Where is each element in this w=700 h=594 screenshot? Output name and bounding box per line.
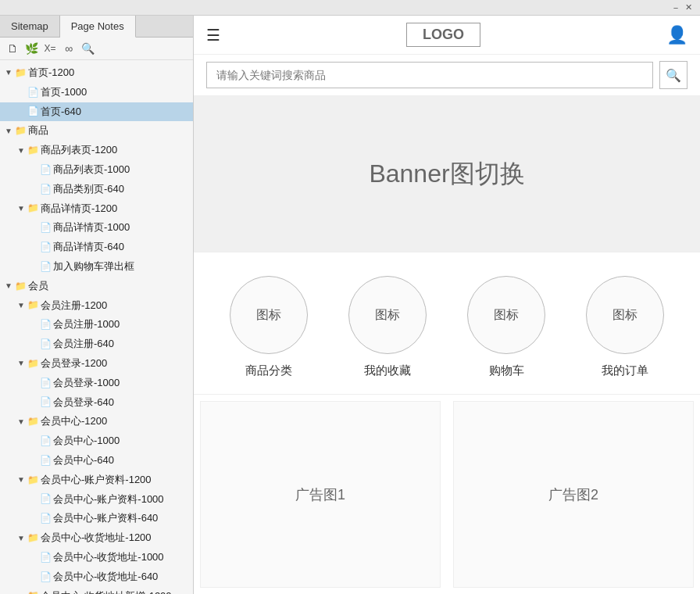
tree-label: 会员中心-账户资料-1200 [41, 472, 152, 488]
tree-arrow-placeholder [28, 378, 39, 388]
tree-node-n7[interactable]: 📄 商品类别页-640 [0, 180, 193, 199]
tree-node-n27[interactable]: 📄 会员中心-收货地址-640 [0, 567, 193, 587]
tree-label: 首页-640 [41, 104, 81, 120]
search-button[interactable]: 🔍 [659, 61, 688, 89]
folder-icon: 📁 [27, 357, 39, 370]
icon-item-ic3[interactable]: 图标 购物车 [467, 276, 545, 378]
file-icon: 📄 [39, 571, 52, 583]
tree-arrow: ▼ [16, 203, 27, 214]
tree-node-n22[interactable]: ▼ 📁 会员中心-账户资料-1200 [0, 471, 193, 490]
tree-label: 会员注册-640 [53, 336, 114, 352]
tree-node-n15[interactable]: 📄 会员注册-640 [0, 335, 193, 354]
file-icon: 📄 [39, 242, 52, 254]
tree-label: 会员登录-1200 [41, 356, 107, 372]
tree-arrow-placeholder [28, 397, 39, 408]
tree-node-n1[interactable]: ▼ 📁 首页-1200 [0, 63, 193, 83]
tree-arrow: ▼ [16, 145, 27, 156]
tree-arrow: ▼ [3, 67, 14, 78]
tree-label: 会员注册-1000 [53, 317, 120, 333]
file-icon: 📄 [39, 183, 52, 195]
tree-node-n24[interactable]: 📄 会员中心-账户资料-640 [0, 509, 193, 528]
left-panel: Sitemap Page Notes 🗋 🌿 X= ∞ 🔍 ▼ 📁 首页-120… [0, 16, 194, 594]
folder-icon: 📁 [27, 299, 39, 312]
file-icon: 📄 [39, 435, 52, 448]
tree-label: 商品列表页-1000 [53, 162, 130, 178]
close-button[interactable]: ✕ [683, 2, 694, 13]
search-bar: 🔍 [194, 55, 700, 96]
file-icon: 📄 [39, 377, 52, 389]
tree-arrow: ▼ [16, 591, 27, 594]
tree-node-n25[interactable]: ▼ 📁 会员中心-收货地址-1200 [0, 528, 193, 548]
tree-arrow: ▼ [3, 126, 14, 137]
tree-arrow-placeholder [28, 552, 39, 563]
tree-arrow-placeholder [28, 164, 39, 175]
icon-item-ic1[interactable]: 图标 商品分类 [230, 276, 308, 378]
tree-label: 商品列表页-1200 [41, 142, 117, 159]
ad-block-ad1: 广告图1 [200, 401, 441, 588]
tree-arrow-placeholder [28, 436, 39, 447]
user-icon[interactable]: 👤 [666, 25, 688, 45]
icon-circle-ic4: 图标 [586, 276, 664, 354]
tree-node-n8[interactable]: ▼ 📁 商品详情页-1200 [0, 199, 193, 219]
tree-node-n20[interactable]: 📄 会员中心-1000 [0, 431, 193, 451]
toolbar: 🗋 🌿 X= ∞ 🔍 [0, 38, 193, 60]
icon-item-ic2[interactable]: 图标 我的收藏 [348, 276, 427, 378]
search-button-icon: 🔍 [666, 68, 681, 83]
file-icon: 📄 [39, 396, 52, 409]
tree-node-n13[interactable]: ▼ 📁 会员注册-1200 [0, 296, 193, 316]
tree-label: 首页-1000 [41, 84, 87, 101]
icon-circle-ic3: 图标 [467, 276, 545, 354]
folder-icon: 📁 [14, 125, 27, 138]
ad-block-ad2: 广告图2 [453, 401, 694, 588]
search-input[interactable] [206, 62, 653, 88]
tree-node-n4[interactable]: ▼ 📁 商品 [0, 121, 193, 141]
tree-node-n17[interactable]: 📄 会员登录-1000 [0, 374, 193, 393]
page-icon[interactable]: 🗋 [5, 41, 20, 56]
tree-label: 首页-1200 [28, 65, 74, 81]
tree-label: 会员中心-1200 [41, 413, 107, 430]
tree-label: 会员中心-收货地址新增-1200 [41, 589, 172, 594]
tree-node-n9[interactable]: 📄 商品详情页-1000 [0, 218, 193, 238]
tree-node-n21[interactable]: 📄 会员中心-640 [0, 451, 193, 471]
tree-node-n3[interactable]: 📄 首页-640 [0, 102, 193, 122]
tree-label: 商品详情页-1000 [53, 220, 130, 236]
tree-node-n16[interactable]: ▼ 📁 会员登录-1200 [0, 354, 193, 374]
menu-icon[interactable]: ☰ [206, 26, 220, 45]
tree-arrow: ▼ [3, 281, 14, 292]
tree-arrow-placeholder [28, 494, 39, 505]
tree-container: ▼ 📁 首页-1200 📄 首页-1000 📄 首页-640 ▼ 📁 商品 ▼ … [0, 60, 193, 594]
tree-node-n19[interactable]: ▼ 📁 会员中心-1200 [0, 412, 193, 431]
main-layout: Sitemap Page Notes 🗋 🌿 X= ∞ 🔍 ▼ 📁 首页-120… [0, 16, 700, 594]
icon-item-ic4[interactable]: 图标 我的订单 [586, 276, 664, 378]
folder-icon: 📁 [27, 202, 39, 215]
file-icon: 📄 [27, 86, 39, 98]
tree-label: 商品 [28, 123, 48, 139]
tree-node-n26[interactable]: 📄 会员中心-收货地址-1000 [0, 548, 193, 567]
tree-node-n11[interactable]: 📄 加入购物车弹出框 [0, 257, 193, 277]
tree-label: 会员中心-收货地址-1200 [41, 530, 152, 546]
tab-sitemap[interactable]: Sitemap [0, 16, 60, 37]
tree-label: 加入购物车弹出框 [53, 259, 134, 275]
tree-node-n23[interactable]: 📄 会员中心-账户资料-1000 [0, 490, 193, 510]
minimize-button[interactable]: − [670, 2, 681, 13]
tree-label: 会员 [28, 278, 48, 295]
file-icon: 📄 [39, 513, 52, 525]
tree-node-n12[interactable]: ▼ 📁 会员 [0, 277, 193, 296]
tree-node-n18[interactable]: 📄 会员登录-640 [0, 393, 193, 413]
tree-node-n5[interactable]: ▼ 📁 商品列表页-1200 [0, 141, 193, 160]
link-icon[interactable]: ∞ [61, 41, 77, 56]
tree-node-n6[interactable]: 📄 商品列表页-1000 [0, 160, 193, 180]
tree-label: 会员中心-收货地址-640 [53, 569, 158, 585]
tree-node-n10[interactable]: 📄 商品详情页-640 [0, 238, 193, 257]
file-icon: 📄 [39, 338, 52, 351]
tree-icon[interactable]: 🌿 [23, 41, 39, 56]
tree-node-n14[interactable]: 📄 会员注册-1000 [0, 315, 193, 335]
title-bar: − ✕ [0, 0, 700, 16]
file-icon: 📄 [39, 551, 52, 564]
search-icon[interactable]: 🔍 [80, 41, 95, 56]
tree-node-n2[interactable]: 📄 首页-1000 [0, 83, 193, 102]
file-icon: 📄 [39, 319, 52, 331]
icon-circle-ic2: 图标 [348, 276, 427, 354]
tab-page-notes[interactable]: Page Notes [60, 16, 136, 38]
tree-node-n28[interactable]: ▼ 📁 会员中心-收货地址新增-1200 [0, 587, 193, 594]
